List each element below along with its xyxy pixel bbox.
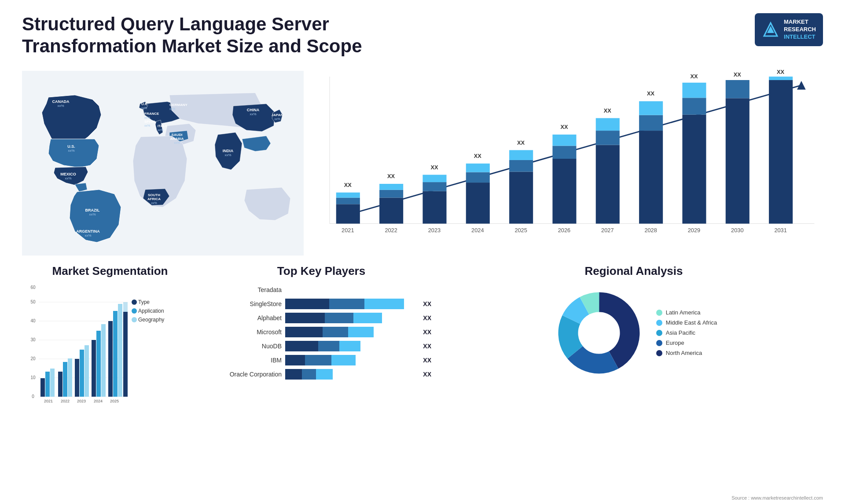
player-value: XX [423,343,431,350]
svg-rect-107 [50,369,55,397]
svg-text:XX: XX [734,71,742,78]
svg-rect-85 [726,80,749,98]
svg-text:2031: 2031 [774,227,786,234]
svg-rect-75 [639,115,663,130]
player-row-alphabet: Alphabet XX [211,313,431,323]
svg-rect-65 [552,146,576,159]
bar-dark [285,369,302,380]
svg-text:2024: 2024 [94,399,103,403]
player-row-ibm: IBM XX [211,355,431,365]
svg-rect-46 [379,184,403,190]
svg-rect-74 [639,131,663,223]
player-name: NuoDB [211,343,282,350]
svg-rect-55 [466,172,490,183]
svg-point-127 [132,299,137,305]
bar-mid [305,355,331,365]
regional-title: Regional Analysis [445,264,823,278]
player-name: Teradata [211,286,282,293]
svg-text:CHINA: CHINA [247,108,260,112]
bar-light [348,327,374,337]
svg-rect-79 [682,114,706,223]
svg-rect-119 [101,324,106,397]
svg-text:2021: 2021 [44,399,53,403]
bar-dark [285,299,329,309]
legend-dot [656,350,662,356]
map-section: CANADA xx% U.S. xx% MEXICO xx% BRAZIL xx… [22,66,304,260]
growth-bar-chart: XX 2021 XX 2022 XX 2023 XX 2024 [304,66,823,251]
page-container: Structured Query Language Server Transfo… [0,0,845,504]
svg-text:GERMANY: GERMANY [169,103,188,107]
svg-text:10: 10 [30,375,36,380]
bar-mid [302,369,316,380]
logo-text: MARKET RESEARCH INTELLECT [784,18,816,41]
svg-text:XX: XX [690,73,698,80]
svg-point-129 [132,308,137,314]
svg-text:2025: 2025 [514,227,527,234]
player-row-singlestore: SingleStore XX [211,299,431,309]
svg-text:SOUTH: SOUTH [148,193,160,197]
svg-text:FRANCE: FRANCE [144,112,159,116]
svg-text:XX: XX [777,69,785,75]
svg-text:XX: XX [430,164,438,170]
svg-rect-125 [123,312,128,397]
legend-label: Asia Pacific [666,329,695,336]
svg-text:2025: 2025 [110,399,119,403]
svg-text:xx%: xx% [151,201,157,205]
player-name: Oracle Corporation [211,371,282,378]
regional-section: Regional Analysis [445,264,823,414]
svg-text:BRAZIL: BRAZIL [85,208,100,212]
svg-rect-121 [108,321,113,397]
player-row-nuodb: NuoDB XX [211,341,431,351]
svg-rect-110 [63,362,67,397]
segmentation-title: Market Segmentation [22,264,198,278]
donut-chart [551,285,647,381]
svg-text:0: 0 [32,394,34,399]
svg-rect-54 [466,183,490,223]
svg-text:ARABIA: ARABIA [170,137,184,141]
svg-text:2027: 2027 [601,227,614,234]
legend-dot [656,340,662,346]
bar-dark [285,355,305,365]
svg-rect-44 [379,197,403,223]
legend-label: Middle East & Africa [666,319,717,326]
legend-label: Latin America [666,309,701,316]
svg-rect-118 [96,331,101,397]
bar-light [364,299,404,309]
bar-mid [329,299,364,309]
svg-text:XX: XX [474,153,482,159]
svg-rect-71 [596,118,620,131]
legend-item-mea: Middle East & Africa [656,319,717,326]
svg-text:xx%: xx% [84,234,91,237]
svg-rect-117 [92,340,96,397]
svg-text:SPAIN: SPAIN [144,120,155,124]
svg-rect-64 [552,159,576,224]
svg-text:2028: 2028 [644,227,657,234]
svg-rect-109 [58,372,62,397]
svg-text:2022: 2022 [61,399,70,403]
legend-label: Europe [666,340,684,346]
player-value: XX [423,371,431,378]
svg-text:XX: XX [387,173,395,179]
svg-text:60: 60 [30,285,36,290]
svg-rect-66 [552,135,576,146]
player-name: IBM [211,357,282,364]
svg-rect-40 [336,197,360,204]
svg-rect-106 [45,372,50,397]
svg-text:xx%: xx% [144,116,150,119]
svg-rect-105 [40,378,45,397]
svg-text:xx%: xx% [169,107,175,110]
svg-rect-122 [113,311,118,397]
legend-dot [656,330,662,336]
svg-text:XX: XX [560,124,568,130]
svg-text:2026: 2026 [558,227,570,234]
svg-text:Geography: Geography [138,317,164,323]
svg-rect-80 [682,98,706,114]
svg-rect-41 [336,192,360,197]
regional-container: Latin America Middle East & Africa Asia … [445,285,823,381]
bar-dark [285,341,318,351]
bar-light [353,313,382,323]
svg-text:2023: 2023 [428,227,441,234]
svg-text:30: 30 [30,337,36,342]
legend-item-europe: Europe [656,340,717,346]
svg-text:AFRICA: AFRICA [147,197,161,201]
